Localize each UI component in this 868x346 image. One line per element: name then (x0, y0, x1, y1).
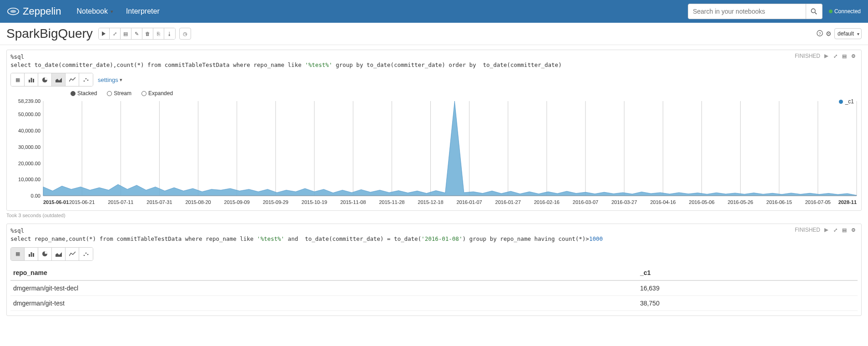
brand[interactable]: Zeppelin (7, 5, 61, 17)
svg-text:2015-06-21: 2015-06-21 (69, 199, 95, 205)
viz-line-button[interactable] (66, 248, 79, 260)
help-icon: ? (817, 30, 823, 36)
book-icon: ▤ (842, 227, 847, 233)
hide-output-button[interactable]: ▤ (841, 227, 848, 233)
viz-settings-link[interactable]: settings ▾ (98, 76, 122, 83)
table-cell: 38,750 (637, 295, 858, 310)
svg-text:?: ? (819, 31, 821, 36)
svg-text:2016-01-07: 2016-01-07 (456, 199, 482, 205)
viz-pie-button[interactable] (38, 248, 52, 260)
view-mode-select[interactable]: default (834, 28, 862, 39)
export-note-button[interactable]: ⭳ (164, 28, 175, 39)
svg-rect-10 (33, 79, 34, 82)
code-string: '2016-01-08' (421, 235, 462, 242)
svg-text:50,000.00: 50,000.00 (18, 112, 40, 117)
paragraph-settings-button[interactable]: ⚙ (850, 53, 857, 59)
viz-table-button[interactable]: ▦ (11, 248, 25, 260)
clock-icon: ◷ (183, 31, 187, 37)
hide-output-button[interactable]: ▤ (841, 53, 848, 59)
svg-point-73 (86, 252, 87, 254)
hide-editor-button[interactable]: ⤢ (832, 53, 838, 59)
run-paragraph-button[interactable] (823, 227, 829, 233)
table-header[interactable]: _c1 (637, 265, 858, 280)
radio-label: Expanded (148, 90, 173, 97)
series-legend[interactable]: _c1 (839, 98, 854, 105)
svg-rect-70 (33, 253, 34, 257)
expand-icon: ⤢ (833, 53, 838, 59)
result-table: repo_name _c1 dmgerman/git-test-decl 16,… (10, 265, 858, 311)
gear-icon: ⚙ (851, 227, 856, 233)
table-cell: dmgerman/git-test-decl (10, 280, 637, 296)
svg-text:2015-09-29: 2015-09-29 (263, 199, 288, 205)
play-icon (824, 54, 828, 58)
code-magic: %sql (10, 53, 24, 60)
search-input[interactable] (688, 4, 806, 19)
viz-bar-button[interactable] (25, 248, 38, 260)
svg-point-74 (87, 254, 89, 255)
scheduler-button[interactable]: ◷ (179, 28, 191, 40)
view-mode-label: default (838, 31, 854, 37)
code-text: and to_date(committer_date) = to_date( (284, 235, 421, 242)
show-hide-output-button[interactable]: ▤ (121, 28, 131, 39)
legend-dot-icon (839, 100, 843, 104)
nav-interpreter[interactable]: Interpreter (120, 0, 166, 23)
svg-point-12 (84, 81, 85, 82)
notebook-title[interactable]: SparkBigQuery (6, 26, 93, 41)
viz-area-button[interactable] (52, 248, 66, 260)
svg-text:2016-06-15: 2016-06-15 (767, 199, 792, 205)
mode-expanded[interactable]: Expanded (141, 90, 173, 97)
mode-stacked[interactable]: Stacked (71, 90, 97, 97)
paragraph-1-editor[interactable]: %sql select to_date(committer_date),coun… (10, 52, 562, 72)
scatter-chart-icon (83, 77, 89, 82)
top-navbar: Zeppelin Notebook ▾ Interpreter Connecte… (0, 0, 868, 23)
viz-bar-button[interactable] (25, 73, 38, 86)
viz-table-button[interactable]: ▦ (11, 73, 25, 86)
area-chart-svg: 0.0010,000.0020,000.0030,000.0040,000.00… (11, 98, 861, 208)
nav-interpreter-label: Interpreter (126, 7, 160, 15)
interpreter-binding-button[interactable]: ⚙ (826, 30, 832, 37)
clear-output-button[interactable]: ✎ (131, 28, 142, 39)
run-all-button[interactable] (99, 28, 110, 39)
code-string: '%test%' (305, 61, 332, 68)
viz-scatter-button[interactable] (79, 73, 93, 86)
search-button[interactable] (806, 4, 823, 19)
area-chart-icon (56, 77, 62, 82)
delete-note-button[interactable]: 🗑 (142, 28, 153, 39)
clone-note-button[interactable]: ⎘ (153, 28, 164, 39)
paragraph-2-controls: FINISHED ⤢ ▤ ⚙ (795, 226, 858, 233)
expand-icon: ⤢ (113, 31, 117, 37)
chart-area: _c1 0.0010,000.0020,000.0030,000.0040,00… (7, 98, 861, 210)
table-cell: 16,639 (637, 280, 858, 296)
svg-text:2015-11-28: 2015-11-28 (379, 199, 404, 205)
viz-line-button[interactable] (66, 73, 79, 86)
paragraph-2-editor[interactable]: %sql select repo_name,count(*) from comm… (10, 226, 603, 246)
paragraph-settings-button[interactable]: ⚙ (850, 227, 857, 233)
svg-rect-9 (30, 78, 32, 82)
svg-text:2015-06-01: 2015-06-01 (43, 199, 69, 205)
settings-label: settings (98, 76, 118, 83)
table-header[interactable]: repo_name (10, 265, 637, 280)
svg-text:2015-10-19: 2015-10-19 (302, 199, 327, 205)
viz-pie-button[interactable] (38, 73, 52, 86)
code-text: group by to_date(committer_date) order b… (332, 61, 561, 68)
hide-editor-button[interactable]: ⤢ (832, 227, 838, 233)
viz-scatter-button[interactable] (79, 248, 93, 260)
gear-icon: ⚙ (851, 53, 856, 59)
keyboard-shortcuts-button[interactable]: ? (817, 30, 823, 38)
code-text: select repo_name,count(*) from commitTab… (10, 235, 257, 242)
code-string: '%test%' (257, 235, 284, 242)
caret-down-icon: ▾ (120, 77, 122, 83)
mode-stream[interactable]: Stream (107, 90, 131, 97)
svg-text:2015-08-20: 2015-08-20 (185, 199, 211, 205)
svg-point-13 (86, 78, 87, 80)
notebook-run-controls: ⤢ ▤ ✎ 🗑 ⎘ ⭳ (98, 28, 176, 40)
nav-notebook[interactable]: Notebook ▾ (70, 0, 120, 23)
viz-area-button[interactable] (52, 73, 66, 86)
run-paragraph-button[interactable] (823, 53, 829, 59)
show-hide-code-button[interactable]: ⤢ (110, 28, 121, 39)
pie-chart-icon (42, 77, 48, 83)
svg-text:10,000.00: 10,000.00 (18, 177, 40, 183)
copy-icon: ⎘ (157, 31, 160, 36)
svg-text:2016-03-27: 2016-03-27 (611, 199, 637, 205)
svg-rect-68 (29, 254, 30, 257)
